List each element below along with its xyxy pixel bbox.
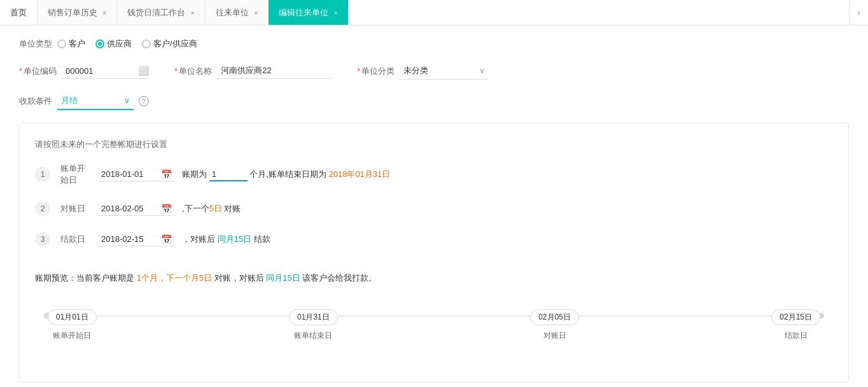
tab-partner[interactable]: 往来单位× [206, 0, 269, 25]
category-dropdown-icon: ∨ [479, 66, 485, 75]
unit-name-field: * 单位名称 [174, 64, 332, 79]
radio-circle-customer [57, 39, 66, 48]
unit-type-row: 单位类型 客户 供应商 客户/供应商 [19, 38, 849, 50]
row-desc-2: ,下一个5日 对账 [182, 203, 241, 215]
start-date-input[interactable] [101, 169, 158, 179]
tab-close-partner[interactable]: × [254, 9, 258, 17]
payment-dropdown-icon: ∨ [124, 96, 130, 105]
tab-close-sales-history[interactable]: × [102, 9, 106, 17]
reconcile-highlight: 5日 [209, 204, 222, 213]
unit-category-field: * 单位分类 未分类 ∨ [357, 62, 489, 80]
preview-payment-day: 同月15日 [266, 273, 300, 283]
node-badge-2: 01月31日 [289, 309, 338, 325]
node-badge-1: 01月01日 [48, 309, 97, 325]
tab-sales-history[interactable]: 销售订单历史× [38, 0, 117, 25]
start-date-calendar-icon[interactable]: 📅 [161, 169, 172, 179]
unit-code-input-wrapper: ⬜ [62, 64, 149, 79]
tabs-bar: 首页销售订单历史×钱货日清工作台×往来单位×编辑往来单位×› [0, 0, 868, 25]
tab-label-home: 首页 [10, 7, 27, 18]
copy-icon[interactable]: ⬜ [138, 66, 149, 76]
timeline-nodes: 01月01日 账单开始日 01月31日 账单结束日 02月05日 对账日 02月… [48, 309, 820, 341]
setting-row-1: 1 账单开始日 📅 账期为 个月,账单结束日期为 2018年01月31日 [35, 163, 833, 186]
tab-label-edit-partner: 编辑往来单位 [279, 7, 328, 18]
row-num-2: 2 [35, 201, 50, 216]
payment-condition-value: 月结 [61, 95, 124, 106]
required-mark-name: * [174, 66, 178, 76]
tab-cash-work[interactable]: 钱货日清工作台× [117, 0, 205, 25]
settings-panel: 请按照未来的一个完整帐期进行设置 1 账单开始日 📅 账期为 个月,账单结束日期… [19, 123, 849, 383]
radio-customer[interactable]: 客户 [57, 38, 85, 50]
node-label-2: 账单结束日 [294, 330, 332, 341]
node-label-3: 对账日 [543, 330, 566, 341]
node-label-4: 结款日 [785, 330, 808, 341]
help-icon[interactable]: ? [139, 96, 149, 106]
supplier-label: 供应商 [107, 38, 132, 50]
unit-name-label: 单位名称 [179, 66, 212, 77]
preview-reconcile-day: 下一个月5日 [166, 273, 212, 283]
unit-code-field: * 单位编码 ⬜ [19, 64, 149, 79]
payment-condition-field: 收款条件 月结 ∨ ? [19, 92, 149, 110]
row-num-3: 3 [35, 232, 50, 247]
unit-type-label: 单位类型 [19, 38, 52, 50]
payment-date-input[interactable] [101, 234, 158, 244]
row-label-2: 对账日 [60, 203, 91, 215]
start-date-input-box: 📅 [99, 168, 174, 181]
radio-customer-supplier[interactable]: 客户/供应商 [142, 38, 197, 50]
node-label-1: 账单开始日 [53, 330, 91, 341]
timeline: 01月01日 账单开始日 01月31日 账单结束日 02月05日 对账日 02月… [35, 297, 833, 367]
required-mark-category: * [357, 66, 360, 76]
reconcile-date-input-box: 📅 [99, 202, 174, 216]
period-input[interactable] [209, 168, 248, 181]
timeline-node-3: 02月05日 对账日 [530, 309, 579, 341]
customer-label: 客户 [69, 38, 85, 50]
tab-close-cash-work[interactable]: × [190, 9, 194, 17]
unit-info-row: * 单位编码 ⬜ * 单位名称 * 单位分类 未分类 ∨ [19, 62, 849, 80]
radio-supplier[interactable]: 供应商 [95, 38, 132, 50]
payment-condition-label: 收款条件 [19, 95, 52, 107]
row-label-1: 账单开始日 [60, 163, 91, 186]
customer-supplier-label: 客户/供应商 [153, 38, 197, 50]
tab-close-edit-partner[interactable]: × [333, 9, 337, 17]
unit-name-input[interactable] [217, 64, 332, 79]
payment-condition-select[interactable]: 月结 ∨ [57, 92, 134, 110]
row-desc-3: ，对账后 同月15日 结款 [182, 234, 270, 245]
unit-type-radio-group: 客户 供应商 客户/供应商 [57, 38, 197, 50]
radio-circle-supplier [95, 39, 104, 48]
preview-section: 账期预览：当前客户账期是 1个月，下一个月5日 对账，对账后 同月15日 该客户… [35, 262, 833, 367]
reconcile-date-calendar-icon[interactable]: 📅 [161, 204, 172, 214]
setting-row-3: 3 结款日 📅 ，对账后 同月15日 结款 [35, 232, 833, 247]
main-content: 单位类型 客户 供应商 客户/供应商 * 单位编码 [0, 25, 868, 387]
unit-category-value: 未分类 [403, 65, 479, 76]
row-desc-1: 账期为 个月,账单结束日期为 2018年01月31日 [182, 168, 390, 181]
unit-category-select[interactable]: 未分类 ∨ [400, 62, 489, 80]
reconcile-date-input[interactable] [101, 204, 158, 213]
tab-home[interactable]: 首页 [0, 0, 38, 25]
payment-date-calendar-icon[interactable]: 📅 [161, 234, 172, 244]
preview-text: 账期预览：当前客户账期是 1个月，下一个月5日 对账，对账后 同月15日 该客户… [35, 272, 833, 284]
setting-row-2: 2 对账日 📅 ,下一个5日 对账 [35, 201, 833, 216]
tab-edit-partner[interactable]: 编辑往来单位× [269, 0, 348, 25]
row-num-1: 1 [35, 167, 50, 182]
tab-scroll-arrow[interactable]: › [849, 0, 868, 25]
radio-circle-customer-supplier [142, 39, 151, 48]
tab-label-partner: 往来单位 [216, 7, 249, 18]
unit-code-input[interactable] [62, 64, 138, 78]
preview-period: 1个月， [137, 273, 166, 283]
end-date-highlight: 2018年01月31日 [328, 169, 390, 179]
timeline-node-1: 01月01日 账单开始日 [48, 309, 97, 341]
payment-date-input-box: 📅 [99, 233, 174, 246]
payment-condition-row: 收款条件 月结 ∨ ? [19, 92, 849, 110]
unit-category-label: 单位分类 [361, 66, 395, 77]
timeline-node-4: 02月15日 结款日 [771, 309, 820, 341]
tab-label-cash-work: 钱货日清工作台 [127, 7, 185, 18]
required-mark-code: * [19, 66, 22, 76]
unit-code-label: 单位编码 [24, 66, 57, 77]
panel-description: 请按照未来的一个完整帐期进行设置 [35, 139, 833, 150]
node-badge-3: 02月05日 [530, 309, 579, 325]
node-badge-4: 02月15日 [771, 309, 820, 325]
timeline-node-2: 01月31日 账单结束日 [289, 309, 338, 341]
row-label-3: 结款日 [60, 234, 91, 245]
unit-type-field: 单位类型 客户 供应商 客户/供应商 [19, 38, 197, 50]
tab-label-sales-history: 销售订单历史 [48, 7, 97, 18]
payment-highlight: 同月15日 [218, 234, 251, 244]
